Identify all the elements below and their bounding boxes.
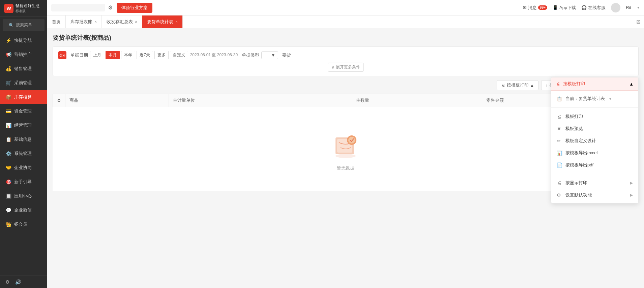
tab-order-stats-close[interactable]: × (175, 20, 178, 24)
date-btn-custom[interactable]: 自定义 (170, 51, 188, 59)
sidebar-bottom: ⚙ 🔊 (0, 276, 47, 288)
topbar-search-area[interactable] (51, 4, 105, 11)
notifications-btn[interactable]: ✉ 消息 99+ (523, 5, 547, 11)
topbar-search-input[interactable] (55, 5, 102, 10)
sidebar-item-label: 应用中心 (14, 193, 32, 199)
page-title: 要货单统计表(按商品) (53, 34, 639, 42)
empty-text: 暂无数据 (337, 165, 354, 171)
date-btn-more[interactable]: 更多 (154, 51, 169, 59)
filter-row: «» 单据日期 上月 本月 本年 近7天 更多 自定义 2023-06-01 至… (58, 51, 633, 59)
tab-order-stats[interactable]: 要货单统计表 × (142, 15, 183, 28)
sidebar-item-basic[interactable]: 📋 基础信息 (0, 132, 47, 147)
export-pdf-label: 按模板导出pdf (565, 162, 593, 168)
default-func-left: ⚙ 设置默认功能 (557, 192, 592, 198)
sidebar-item-label: 系统管理 (14, 151, 32, 157)
date-btn-this-year[interactable]: 本年 (121, 51, 135, 59)
dropdown-item-export-excel[interactable]: 📊 按模板导出excel (551, 147, 638, 159)
display-print-label: 按显示打印 (565, 180, 587, 186)
tabs-maximize-btn[interactable]: ⊠ (636, 19, 641, 25)
quick-nav-icon: ⚡ (5, 37, 11, 43)
bell-icon: ✉ (523, 5, 527, 10)
sidebar-item-quick-nav[interactable]: ⚡ 快捷导航 (0, 33, 47, 47)
basic-icon: 📋 (5, 136, 11, 142)
type-filter-group: 单据类型 ▼ (242, 51, 278, 59)
sidebar-item-operation[interactable]: 📊 经营管理 (0, 118, 47, 132)
industry-solution-btn[interactable]: 体验行业方案 (117, 3, 152, 13)
dropdown-item-default-func[interactable]: ⚙ 设置默认功能 ▶ (551, 189, 638, 201)
sidebar-item-marketing[interactable]: 📢 营销推广 (0, 47, 47, 62)
expand-more-btn[interactable]: ∨ 展开更多条件 (328, 63, 364, 72)
app-download-btn[interactable]: 📱 App下载 (553, 5, 576, 11)
tab-collection-summary-label: 收发存汇总表 (107, 19, 133, 25)
dropdown-item-export-pdf[interactable]: 📄 按模板导出pdf (551, 159, 638, 171)
username-label: Rit (626, 5, 631, 10)
dropdown-chevron-up[interactable]: ▲ (629, 82, 634, 87)
print-btn[interactable]: 🖨 按模板打印 ▲ (497, 80, 539, 90)
tab-order-stats-label: 要货单统计表 (147, 19, 173, 25)
order-type-filter-group: 要货 (282, 52, 291, 58)
table-col-unit: 主计量单位 (169, 94, 352, 107)
page-content: 要货单统计表(按商品) «» 单据日期 上月 本月 本年 近7天 更多 自定义 … (47, 28, 644, 288)
sidebar-item-finance[interactable]: 💳 资金管理 (0, 104, 47, 118)
sidebar-item-apps[interactable]: 🔲 应用中心 (0, 189, 47, 203)
sound-icon[interactable]: 🔊 (15, 279, 21, 285)
settings-icon[interactable]: ⚙ (5, 279, 10, 285)
template-preview-icon: 👁 (557, 126, 562, 131)
export-pdf-icon: 📄 (557, 162, 562, 168)
app-logo: W 畅捷通好生意 标准版 (0, 0, 47, 17)
expand-icon: ∨ (331, 65, 334, 70)
export-excel-icon: 📊 (557, 150, 562, 156)
empty-icon (329, 127, 362, 161)
topbar-gear-icon[interactable]: ⚙ (108, 4, 113, 11)
dropdown-divider-1 (551, 107, 638, 108)
sidebar-item-purchase[interactable]: 🛒 采购管理 (0, 76, 47, 90)
user-menu-chevron[interactable]: ▼ (637, 6, 640, 9)
user-avatar[interactable] (611, 3, 620, 12)
current-chevron: ▼ (608, 96, 612, 101)
type-select[interactable]: ▼ (261, 51, 278, 59)
tab-inventory-batch-label: 库存批次账 (70, 19, 92, 25)
order-type-label: 要货 (282, 52, 291, 58)
topbar-right: ✉ 消息 99+ 📱 App下载 🎧 在线客服 Rit ▼ (523, 3, 640, 12)
print-dropdown-icon: 🖨 (556, 82, 560, 87)
dropdown-item-template-preview[interactable]: 👁 模板预览 (551, 123, 638, 135)
apps-icon: 🔲 (5, 193, 11, 199)
sidebar-search[interactable]: 🔍 搜索菜单 (3, 19, 45, 31)
sidebar-item-wechat[interactable]: 💬 企业微信 (0, 203, 47, 217)
current-template-icon: 📋 (557, 96, 562, 101)
online-service-btn[interactable]: 🎧 在线客服 (581, 5, 606, 11)
notifications-badge: 99+ (538, 5, 547, 10)
sidebar-item-label: 库存核算 (14, 94, 32, 100)
sidebar-item-newbie[interactable]: 🎯 新手引导 (0, 175, 47, 189)
date-btn-7days[interactable]: 近7天 (137, 51, 153, 59)
svg-point-0 (335, 154, 356, 158)
print-icon: 🖨 (501, 83, 505, 88)
sidebar-item-sales[interactable]: 💰 销售管理 (0, 62, 47, 76)
export-icon: ↑ (546, 83, 548, 88)
sidebar-item-system[interactable]: ⚙️ 系统管理 (0, 147, 47, 161)
sidebar-item-member[interactable]: 👑 畅会员 (0, 217, 47, 231)
tab-inventory-batch-close[interactable]: × (94, 20, 97, 24)
tab-inventory-batch[interactable]: 库存批次账 × (66, 15, 102, 28)
sidebar-item-inventory[interactable]: 📦 库存核算 (0, 90, 47, 104)
tab-home[interactable]: 首页 (47, 15, 66, 28)
table-settings-col[interactable]: ⚙ (53, 94, 65, 107)
default-func-icon: ⚙ (557, 192, 562, 198)
date-btn-this-month[interactable]: 本月 (106, 51, 120, 59)
filter-toggle-btn[interactable]: «» (58, 51, 66, 59)
dropdown-item-template-print[interactable]: 🖨 模板打印 (551, 110, 638, 123)
dropdown-title: 按模板打印 (563, 81, 585, 87)
inventory-icon: 📦 (5, 94, 11, 100)
sidebar-item-cooperation[interactable]: 🤝 企业协同 (0, 161, 47, 175)
dropdown-item-display-print[interactable]: 🖨 按显示打印 ▶ (551, 177, 638, 189)
template-design-icon: ✏ (557, 138, 562, 143)
sidebar-item-label: 新手引导 (14, 179, 32, 185)
tab-collection-summary-close[interactable]: × (135, 20, 137, 24)
dropdown-item-template-design[interactable]: ✏ 模板自定义设计 (551, 135, 638, 147)
sidebar-item-label: 畅会员 (14, 221, 27, 227)
sidebar-item-label: 营销推广 (14, 52, 32, 58)
type-label: 单据类型 (242, 52, 259, 58)
tab-collection-summary[interactable]: 收发存汇总表 × (102, 15, 142, 28)
date-btn-last-month[interactable]: 上月 (90, 51, 104, 59)
expand-label: 展开更多条件 (336, 64, 360, 70)
